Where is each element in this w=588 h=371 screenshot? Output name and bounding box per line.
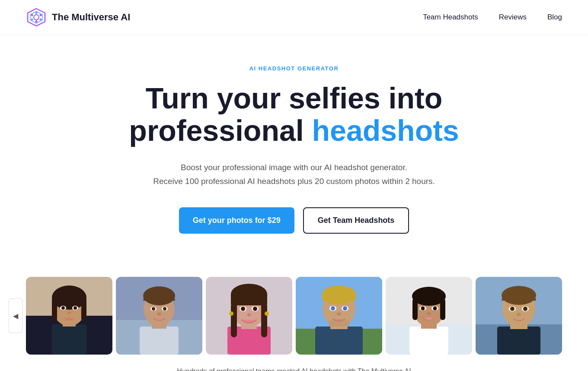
- svg-point-8: [31, 14, 33, 16]
- hero-title-line2: professional: [129, 114, 312, 147]
- photo-card-1: [26, 277, 112, 355]
- svg-point-45: [247, 314, 251, 317]
- portrait-2: [116, 277, 202, 355]
- carousel-arrow-left[interactable]: ◀: [9, 298, 22, 333]
- svg-point-32: [157, 313, 161, 316]
- svg-point-29: [152, 307, 155, 311]
- hero-title: Turn your selfies into professional head…: [121, 82, 467, 147]
- svg-point-7: [31, 19, 33, 21]
- svg-rect-62: [409, 327, 448, 355]
- svg-point-72: [427, 312, 431, 315]
- svg-rect-50: [315, 327, 363, 355]
- svg-point-3: [35, 12, 38, 14]
- hero-subtitle: Boost your professional image with our A…: [17, 161, 571, 189]
- photo-card-3: [206, 277, 292, 355]
- svg-point-5: [40, 19, 42, 21]
- get-team-headshots-button[interactable]: Get Team Headshots: [303, 207, 409, 234]
- hero-section: AI HEADSHOT GENERATOR Turn your selfies …: [0, 35, 588, 277]
- svg-rect-38: [261, 303, 267, 337]
- carousel-track: [0, 277, 588, 355]
- navbar: The Multiverse AI Team Headshots Reviews…: [0, 0, 588, 35]
- hero-subtitle-line2: Receive 100 professional AI headshots pl…: [153, 177, 435, 186]
- svg-rect-66: [412, 298, 418, 320]
- hero-title-highlight: headshots: [312, 114, 459, 147]
- photo-card-4: [296, 277, 382, 355]
- hero-badge: AI HEADSHOT GENERATOR: [17, 65, 571, 72]
- svg-point-82: [523, 307, 527, 311]
- svg-point-80: [510, 307, 514, 311]
- portrait-3: [206, 277, 292, 355]
- svg-point-42: [241, 307, 245, 311]
- svg-rect-40: [231, 293, 267, 305]
- photo-card-5: [386, 277, 472, 355]
- logo-icon: [26, 7, 47, 28]
- photo-carousel: ◀: [0, 277, 588, 355]
- svg-point-44: [253, 307, 257, 311]
- photo-card-2: [116, 277, 202, 355]
- svg-point-57: [343, 306, 347, 311]
- svg-point-55: [331, 306, 335, 311]
- svg-point-20: [74, 306, 77, 310]
- svg-point-46: [229, 311, 233, 316]
- svg-point-71: [433, 307, 437, 311]
- svg-point-47: [265, 311, 269, 316]
- svg-point-69: [421, 307, 425, 311]
- svg-rect-15: [52, 298, 57, 321]
- brand-name: The Multiverse AI: [52, 12, 130, 23]
- svg-rect-75: [497, 327, 540, 355]
- footer-text: Hundreds of professional teams created A…: [177, 368, 411, 371]
- nav-blog[interactable]: Blog: [547, 13, 562, 22]
- svg-rect-11: [52, 324, 86, 355]
- portrait-1: [26, 277, 112, 355]
- footer-text-section: Hundreds of professional teams created A…: [0, 355, 588, 371]
- get-photos-button[interactable]: Get your photos for $29: [179, 207, 294, 234]
- svg-point-31: [163, 307, 166, 311]
- portrait-5: [386, 277, 472, 355]
- hero-title-line1: Turn your selfies into: [146, 82, 442, 114]
- svg-point-83: [517, 313, 521, 316]
- svg-rect-16: [81, 298, 86, 321]
- svg-point-18: [61, 306, 65, 310]
- svg-point-2: [34, 15, 39, 20]
- svg-rect-67: [440, 298, 445, 320]
- portrait-6: [476, 277, 562, 355]
- svg-point-6: [35, 21, 38, 23]
- logo-link[interactable]: The Multiverse AI: [26, 7, 130, 28]
- photo-card-6: [476, 277, 562, 355]
- cta-buttons: Get your photos for $29 Get Team Headsho…: [17, 207, 571, 234]
- svg-point-59: [337, 312, 341, 316]
- hero-subtitle-line1: Boost your professional image with our A…: [181, 163, 407, 172]
- svg-rect-24: [140, 327, 179, 355]
- nav-reviews[interactable]: Reviews: [499, 13, 527, 22]
- nav-links: Team Headshots Reviews Blog: [423, 13, 562, 22]
- svg-rect-37: [231, 303, 237, 337]
- svg-point-21: [67, 311, 71, 314]
- svg-point-4: [40, 14, 42, 16]
- portrait-4: [296, 277, 382, 355]
- nav-team-headshots[interactable]: Team Headshots: [423, 13, 478, 22]
